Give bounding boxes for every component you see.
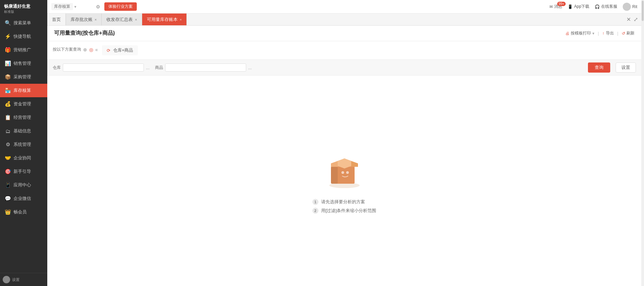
breadcrumb-text: 库存核算	[51, 3, 73, 10]
sidebar-item-label: 系统管理	[14, 141, 31, 148]
svg-rect-4	[331, 167, 338, 184]
sidebar-item-member[interactable]: 👑 畅会员	[0, 205, 47, 219]
box-icon: 📦	[5, 74, 11, 80]
add-scheme-btn[interactable]: ⊕	[83, 47, 87, 52]
clipboard-icon: 📋	[5, 114, 11, 121]
app-download-label: App下载	[574, 4, 589, 9]
right-scrollbar[interactable]	[641, 0, 644, 286]
chevron-down-icon[interactable]: ▾	[74, 4, 76, 9]
search-icon: 🔍	[5, 20, 11, 26]
tab-close-all-btn[interactable]: ✕	[626, 16, 631, 23]
svg-marker-6	[351, 161, 358, 167]
sidebar-item-shortcut[interactable]: ⚡ 快捷导航	[0, 30, 47, 43]
money-icon: 💰	[5, 101, 11, 107]
export-btn[interactable]: ↑ 导出	[602, 30, 614, 36]
sidebar-item-label: 经营管理	[14, 114, 31, 121]
sidebar-item-label: 采购管理	[14, 74, 31, 80]
sidebar-item-purchase[interactable]: 📦 采购管理	[0, 70, 47, 84]
tab-home[interactable]: 首页	[47, 14, 66, 26]
print-dropdown-icon[interactable]: ▾	[592, 31, 594, 36]
refresh-label: 刷新	[626, 30, 635, 36]
tab-close-icon[interactable]: ×	[95, 18, 97, 22]
scroll-thumb[interactable]	[642, 1, 644, 21]
chart-icon: 📊	[5, 60, 11, 67]
sidebar-item-inventory[interactable]: 🏪 库存核算	[0, 84, 47, 97]
sidebar: 畅康通好生意 标准版 🔍 搜索菜单 ⚡ 快捷导航 🎁 营销推广 📊 销售管理 📦	[0, 0, 47, 286]
settings-button[interactable]: 设置	[616, 62, 636, 73]
print-btn[interactable]: 🖨 按模板打印 ▾	[565, 30, 594, 36]
scheme-icon: ⟳	[107, 48, 110, 53]
sidebar-item-finance[interactable]: 💰 资金管理	[0, 97, 47, 111]
message-badge: 99+	[557, 2, 566, 6]
refresh-icon: ↺	[622, 31, 625, 36]
sidebar-item-label: 资金管理	[14, 101, 31, 107]
svg-point-7	[341, 171, 344, 174]
online-service-btn[interactable]: 🎧 在线客服	[595, 4, 617, 9]
empty-hint-1: 1 请先选择要分析的方案	[312, 199, 376, 205]
industry-btn[interactable]: 体验行业方案	[104, 2, 137, 11]
product-filter: 商品 ...	[155, 63, 252, 72]
sidebar-item-sales[interactable]: 📊 销售管理	[0, 57, 47, 70]
service-icon: 🎧	[595, 4, 600, 9]
tab-maximize-btn[interactable]: ⤢	[634, 16, 638, 23]
sidebar-item-wechat[interactable]: 💬 企业微信	[0, 192, 47, 205]
refresh-btn[interactable]: ↺ 刷新	[622, 30, 635, 36]
sidebar-user-avatar	[3, 276, 10, 283]
folder-icon: 🗂	[5, 128, 11, 134]
tab-available[interactable]: 可用量库存账本 ×	[142, 14, 187, 26]
tab-close-icon[interactable]: ×	[135, 18, 137, 22]
sidebar-item-label: 基础信息	[14, 128, 31, 134]
sidebar-item-basic[interactable]: 🗂 基础信息	[0, 124, 47, 138]
user-name: Rit	[632, 4, 637, 9]
print-icon: 🖨	[565, 31, 569, 36]
gift-icon: 🎁	[5, 47, 11, 53]
mobile-icon: 📱	[5, 182, 11, 188]
sidebar-item-search[interactable]: 🔍 搜索菜单	[0, 16, 47, 30]
empty-illustration	[323, 148, 366, 192]
warehouse-label: 仓库	[53, 65, 61, 71]
query-scheme-item[interactable]: ⟳ 仓库+商品	[102, 45, 138, 55]
warehouse-more-btn[interactable]: ...	[146, 65, 150, 70]
sidebar-item-appstore[interactable]: 📱 应用中心	[0, 178, 47, 192]
product-more-btn[interactable]: ...	[248, 65, 252, 70]
tab-label: 收发存汇总表	[106, 17, 133, 23]
tab-label: 首页	[52, 17, 61, 23]
user-profile-btn[interactable]: Rit	[623, 3, 637, 11]
sidebar-user-label: 设置	[12, 277, 20, 282]
tab-close-icon[interactable]: ×	[180, 18, 182, 22]
sidebar-item-operation[interactable]: 📋 经营管理	[0, 111, 47, 124]
header-gear-icon[interactable]: ⚙	[96, 4, 100, 9]
hint-text-2: 用[过滤]条件来缩小分析范围	[321, 208, 376, 214]
hint-text-1: 请先选择要分析的方案	[321, 199, 365, 205]
collapse-scheme-btn[interactable]: «	[95, 47, 98, 52]
sidebar-item-label: 营销推广	[14, 47, 31, 53]
app-subtitle: 标准版	[4, 9, 43, 14]
set-scheme-btn[interactable]: ◎	[89, 47, 93, 52]
tabs-bar: 首页 库存批次账 × 收发存汇总表 × 可用量库存账本 × ✕ ⤢	[47, 14, 641, 26]
service-label: 在线客服	[601, 4, 617, 9]
app-download-btn[interactable]: 📱 App下载	[568, 4, 589, 9]
tabs-right-actions: ✕ ⤢	[626, 16, 641, 23]
message-icon: ✉	[549, 4, 553, 9]
empty-hint-2: 2 用[过滤]条件来缩小分析范围	[312, 208, 376, 214]
svg-point-8	[346, 171, 349, 174]
product-input[interactable]	[165, 63, 246, 72]
app-title: 畅康通好生意	[4, 3, 43, 9]
sidebar-item-label: 搜索菜单	[14, 20, 31, 26]
warehouse-filter: 仓库 ...	[53, 63, 150, 72]
scheme-label: 仓库+商品	[113, 47, 133, 53]
query-button[interactable]: 查询	[588, 62, 610, 73]
tab-batch[interactable]: 库存批次账 ×	[66, 14, 102, 26]
sidebar-item-newuser[interactable]: 🎯 新手引导	[0, 165, 47, 178]
tab-summary[interactable]: 收发存汇总表 ×	[102, 14, 142, 26]
sidebar-item-label: 库存核算	[14, 87, 31, 94]
sidebar-item-enterprise[interactable]: 🤝 企业协同	[0, 151, 47, 165]
sidebar-item-marketing[interactable]: 🎁 营销推广	[0, 43, 47, 57]
warehouse-input[interactable]	[63, 63, 144, 72]
tab-label: 库存批次账	[71, 17, 93, 23]
svg-marker-5	[331, 161, 338, 167]
message-btn[interactable]: ✉ 消息 99+	[549, 4, 562, 9]
export-icon: ↑	[602, 31, 604, 36]
sidebar-item-system[interactable]: ⚙ 系统管理	[0, 138, 47, 151]
sidebar-item-label: 畅会员	[14, 209, 27, 215]
